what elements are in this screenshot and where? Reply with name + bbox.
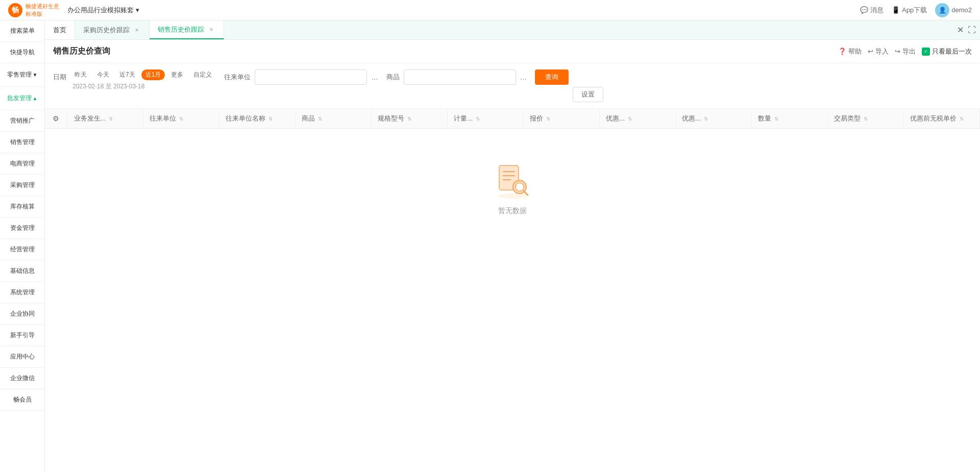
- top-bar-right: 💬 消息 📱 App下载 👤 demo2: [860, 3, 972, 17]
- user-area[interactable]: 👤 demo2: [935, 3, 972, 17]
- import-icon: ↩: [868, 48, 873, 55]
- message-btn[interactable]: 💬 消息: [860, 6, 884, 15]
- sidebar-item-marketing[interactable]: 营销推广: [0, 110, 44, 132]
- th-price[interactable]: 报价 ⇅: [524, 109, 600, 129]
- sidebar: 搜索菜单 快捷导航 零售管理 ▼ 批发管理 ▲ 营销推广 销售管理 电商管理 采…: [0, 20, 45, 472]
- search-button[interactable]: 查询: [535, 69, 569, 85]
- th-quantity[interactable]: 数量 ⇅: [752, 109, 828, 129]
- only-last-checkbox[interactable]: ✓ 只看最后一次: [922, 47, 972, 56]
- tab-purchase-history[interactable]: 采购历史价跟踪 ×: [75, 20, 150, 39]
- partner-label: 往来单位: [224, 69, 251, 82]
- tab-purchase-history-close[interactable]: ×: [133, 26, 141, 34]
- sidebar-item-app-center[interactable]: 应用中心: [0, 346, 44, 368]
- sidebar-item-enterprise-wechat[interactable]: 企业微信: [0, 368, 44, 389]
- tab-sales-history[interactable]: 销售历史价跟踪 ×: [150, 20, 224, 39]
- date-btn-today[interactable]: 今天: [93, 69, 113, 80]
- maximize-btn[interactable]: ⛶: [968, 26, 976, 35]
- th-quantity-label: 数量: [758, 114, 771, 122]
- help-btn[interactable]: ❓ 帮助: [838, 47, 862, 56]
- th-partner-code[interactable]: 往来单位 ⇅: [143, 109, 219, 129]
- sidebar-item-retail-mgmt[interactable]: 零售管理 ▼: [0, 63, 44, 87]
- sort-icon-quantity: ⇅: [774, 116, 778, 122]
- th-discount1[interactable]: 优惠... ⇅: [600, 109, 676, 129]
- tab-sales-history-label: 销售历史价跟踪: [158, 25, 204, 34]
- sidebar-item-system-mgmt[interactable]: 系统管理: [0, 282, 44, 303]
- marketing-label: 营销推广: [10, 116, 35, 125]
- data-table: ⚙ 业务发生... ⇅ 往来单位 ⇅ 往来单位名称 ⇅: [45, 109, 980, 129]
- sidebar-item-enterprise[interactable]: 企业协同: [0, 303, 44, 325]
- tab-bar-actions: ✕ ⛶: [953, 20, 980, 39]
- th-goods[interactable]: 商品 ⇅: [296, 109, 372, 129]
- sort-icon-spec: ⇅: [407, 116, 411, 122]
- membership-label: 畅会员: [13, 395, 32, 404]
- company-name: 办公用品行业模拟账套: [67, 6, 134, 15]
- username: demo2: [951, 6, 972, 14]
- message-icon: 💬: [860, 6, 868, 14]
- export-label: 导出: [902, 47, 916, 56]
- close-window-btn[interactable]: ✕: [957, 25, 964, 35]
- partner-dots[interactable]: ...: [371, 73, 378, 82]
- sidebar-item-sales-mgmt[interactable]: 销售管理: [0, 132, 44, 153]
- tab-purchase-history-label: 采购历史价跟踪: [83, 26, 130, 35]
- sort-icon-pretax-price: ⇅: [960, 116, 964, 122]
- sidebar-item-purchase-mgmt[interactable]: 采购管理: [0, 175, 44, 196]
- export-btn[interactable]: ↪ 导出: [895, 47, 916, 56]
- empty-text: 暂无数据: [498, 206, 527, 216]
- date-range: 2023-02-18 至 2023-03-18: [70, 82, 216, 91]
- app-icon: 📱: [892, 6, 900, 14]
- goods-dots[interactable]: ...: [520, 73, 527, 82]
- sort-icon-goods: ⇅: [318, 116, 322, 122]
- date-btn-more[interactable]: 更多: [167, 69, 187, 80]
- content-area: 首页 采购历史价跟踪 × 销售历史价跟踪 × ✕ ⛶ 销售历史价查询: [45, 20, 980, 472]
- tab-home[interactable]: 首页: [45, 20, 75, 39]
- th-partner-code-label: 往来单位: [150, 114, 176, 122]
- th-gear[interactable]: ⚙: [45, 109, 67, 129]
- th-biz-date[interactable]: 业务发生... ⇅: [67, 109, 143, 129]
- page-title: 销售历史价查询: [53, 46, 110, 63]
- th-spec-label: 规格型号: [378, 114, 404, 122]
- date-btn-last7[interactable]: 近7天: [115, 69, 139, 80]
- import-btn[interactable]: ↩ 导入: [868, 47, 889, 56]
- sidebar-item-quick-nav[interactable]: 快捷导航: [0, 42, 44, 63]
- logo-icon: 畅: [8, 3, 22, 17]
- finance-label: 资金管理: [10, 224, 35, 232]
- sidebar-item-wholesale-mgmt[interactable]: 批发管理 ▲: [0, 87, 44, 110]
- guide-label: 新手引导: [10, 331, 35, 340]
- th-trade-type[interactable]: 交易类型 ⇅: [828, 109, 904, 129]
- app-download-btn[interactable]: 📱 App下载: [892, 6, 927, 15]
- sidebar-item-guide[interactable]: 新手引导: [0, 325, 44, 346]
- partner-input-group: ...: [255, 69, 378, 85]
- sidebar-item-search-menu[interactable]: 搜索菜单: [0, 20, 44, 42]
- partner-input[interactable]: [255, 69, 367, 85]
- th-unit[interactable]: 计量... ⇅: [448, 109, 524, 129]
- th-partner-name[interactable]: 往来单位名称 ⇅: [219, 109, 296, 129]
- date-btn-yesterday[interactable]: 昨天: [70, 69, 91, 80]
- th-discount2[interactable]: 优惠... ⇅: [676, 109, 752, 129]
- goods-input[interactable]: [404, 69, 516, 85]
- sidebar-item-finance[interactable]: 资金管理: [0, 218, 44, 239]
- table-header-row: ⚙ 业务发生... ⇅ 往来单位 ⇅ 往来单位名称 ⇅: [45, 109, 980, 129]
- settings-button[interactable]: 设置: [573, 87, 603, 102]
- th-goods-label: 商品: [302, 114, 315, 122]
- sidebar-item-business-mgmt[interactable]: 经营管理: [0, 239, 44, 261]
- filter-actions: 查询 设置: [535, 69, 603, 102]
- sidebar-item-ecom-mgmt[interactable]: 电商管理: [0, 153, 44, 175]
- message-label: 消息: [870, 6, 884, 15]
- date-label: 日期: [53, 69, 66, 82]
- date-btn-last1m[interactable]: 近1月: [141, 69, 165, 80]
- top-bar-left: 畅 畅捷通好生意 标准版 办公用品行业模拟账套 ▾: [8, 3, 143, 17]
- date-shortcuts: 昨天 今天 近7天 近1月 更多 自定义: [70, 69, 216, 80]
- export-icon: ↪: [895, 48, 900, 55]
- sidebar-item-basic-info[interactable]: 基础信息: [0, 261, 44, 282]
- th-spec[interactable]: 规格型号 ⇅: [372, 109, 448, 129]
- th-pretax-price[interactable]: 优惠前无税单价 ⇅: [903, 109, 979, 129]
- th-trade-type-label: 交易类型: [834, 114, 861, 122]
- date-btn-custom[interactable]: 自定义: [189, 69, 216, 80]
- company-selector[interactable]: 办公用品行业模拟账套 ▾: [63, 4, 143, 17]
- tab-sales-history-close[interactable]: ×: [207, 26, 215, 34]
- top-bar: 畅 畅捷通好生意 标准版 办公用品行业模拟账套 ▾ 💬 消息 📱 App下载 👤…: [0, 0, 980, 20]
- sidebar-item-inventory[interactable]: 库存核算: [0, 196, 44, 218]
- th-price-label: 报价: [530, 114, 543, 122]
- sort-icon-discount2: ⇅: [704, 116, 708, 122]
- sidebar-item-membership[interactable]: 畅会员: [0, 389, 44, 411]
